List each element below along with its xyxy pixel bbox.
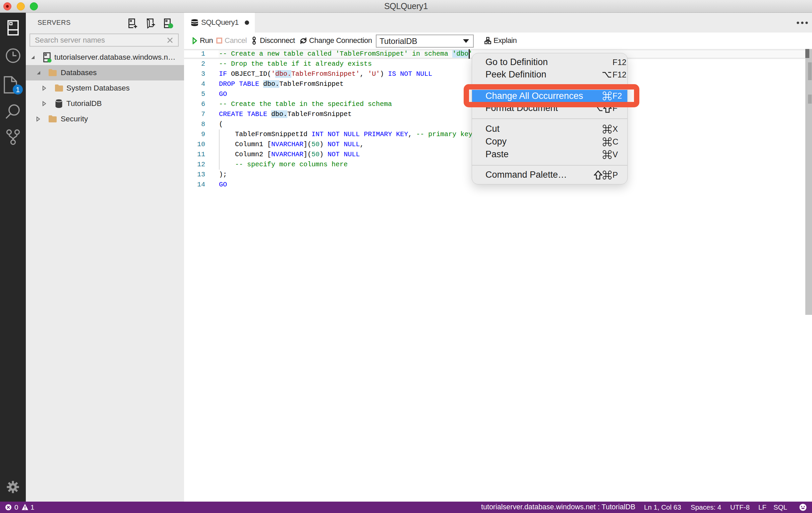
svg-text:1: 1 [16, 86, 20, 94]
